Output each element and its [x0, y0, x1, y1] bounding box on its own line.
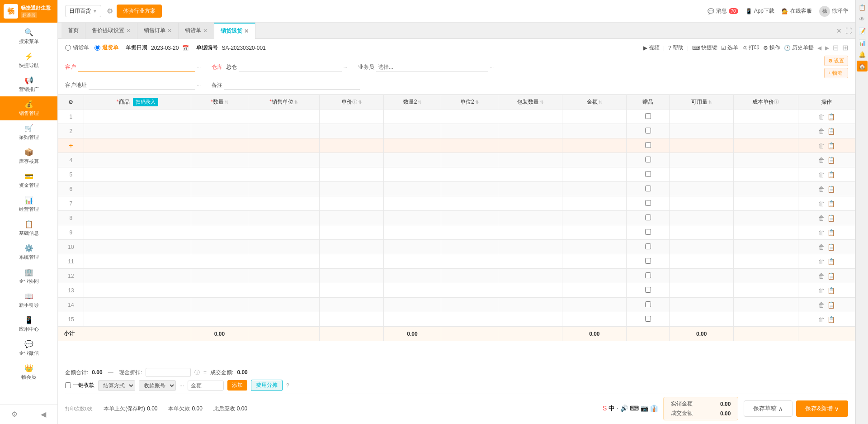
- tab-maximize-btn[interactable]: ⛶: [845, 27, 852, 34]
- amount-cell-7[interactable]: [562, 196, 627, 211]
- cost-price-cell-10[interactable]: [734, 240, 798, 254]
- gift-cell-8[interactable]: [627, 211, 670, 225]
- qty2-cell-10[interactable]: [384, 240, 441, 254]
- qty2-cell-1[interactable]: [384, 110, 441, 124]
- pack-qty-cell-6[interactable]: [498, 182, 562, 196]
- amount-cell-14[interactable]: [562, 298, 627, 312]
- available-cell-8[interactable]: [670, 211, 734, 225]
- select-action[interactable]: ☑ 选单: [721, 44, 738, 52]
- goods-input-3[interactable]: [88, 142, 187, 149]
- gift-cell-1[interactable]: [627, 110, 670, 124]
- delete-icon-14[interactable]: 🗑: [818, 301, 825, 309]
- unit2-cell-15[interactable]: [441, 312, 498, 327]
- cost-price-cell-5[interactable]: [734, 167, 798, 182]
- available-cell-12[interactable]: [670, 269, 734, 283]
- app-download-btn[interactable]: 📱 App下载: [745, 7, 774, 15]
- gift-cell-10[interactable]: [627, 240, 670, 254]
- unit-price-cell-2[interactable]: [320, 124, 384, 138]
- gift-cell-5[interactable]: [627, 167, 670, 182]
- sidebar-collapse-btn[interactable]: ◀: [37, 408, 50, 420]
- pack-qty-cell-12[interactable]: [498, 269, 562, 283]
- save-draft-button[interactable]: 保存草稿 ∧: [744, 400, 793, 417]
- goods-input-5[interactable]: [88, 171, 187, 178]
- goods-cell-9[interactable]: [84, 225, 191, 240]
- unit2-cell-6[interactable]: [441, 182, 498, 196]
- amount-cell-12[interactable]: [562, 269, 627, 283]
- pack-qty-cell-11[interactable]: [498, 254, 562, 269]
- unit-price-cell-4[interactable]: [320, 153, 384, 167]
- unit2-cell-3[interactable]: [441, 138, 498, 153]
- amount-cell-6[interactable]: [562, 182, 627, 196]
- copy-icon-11[interactable]: 📋: [827, 258, 835, 265]
- amount-cell-15[interactable]: [562, 312, 627, 327]
- cost-price-cell-14[interactable]: [734, 298, 798, 312]
- gift-checkbox-7[interactable]: [645, 200, 651, 206]
- quantity-cell-13[interactable]: [191, 283, 248, 298]
- tab-home[interactable]: 首页: [61, 23, 85, 39]
- rp-icon-4[interactable]: 📊: [857, 37, 868, 48]
- unit2-cell-2[interactable]: [441, 124, 498, 138]
- sidebar-settings-btn[interactable]: ⚙: [8, 408, 21, 420]
- pack-qty-cell-5[interactable]: [498, 167, 562, 182]
- sales-unit-cell-9[interactable]: [248, 225, 320, 240]
- quantity-cell-6[interactable]: [191, 182, 248, 196]
- rp-icon-2[interactable]: 👁: [857, 14, 868, 24]
- tab-close-all-btn[interactable]: ✕: [836, 27, 842, 34]
- split-info-icon[interactable]: ?: [286, 382, 289, 389]
- amount-cell-10[interactable]: [562, 240, 627, 254]
- gift-checkbox-11[interactable]: [645, 258, 651, 264]
- unit2-cell-4[interactable]: [441, 153, 498, 167]
- goods-input-6[interactable]: [88, 186, 187, 192]
- gift-checkbox-10[interactable]: [645, 243, 651, 249]
- unit2-cell-12[interactable]: [441, 269, 498, 283]
- pack-qty-cell-1[interactable]: [498, 110, 562, 124]
- pack-qty-cell-3[interactable]: [498, 138, 562, 153]
- qty2-cell-2[interactable]: [384, 124, 441, 138]
- qty2-cell-15[interactable]: [384, 312, 441, 327]
- quantity-cell-5[interactable]: [191, 167, 248, 182]
- goods-input-4[interactable]: [88, 157, 187, 163]
- tab-close-price-setting[interactable]: ✕: [126, 28, 131, 34]
- amount-cell-11[interactable]: [562, 254, 627, 269]
- goods-cell-12[interactable]: [84, 269, 191, 283]
- unit-price-cell-12[interactable]: [320, 269, 384, 283]
- help-action[interactable]: ? 帮助: [668, 44, 684, 52]
- operate-action[interactable]: ⚙ 操作: [763, 44, 780, 52]
- gift-checkbox-8[interactable]: [645, 214, 651, 220]
- sales-unit-cell-11[interactable]: [248, 254, 320, 269]
- delete-icon-5[interactable]: 🗑: [818, 171, 825, 178]
- available-sort-icon[interactable]: ⇅: [708, 100, 712, 105]
- amount-cell-9[interactable]: [562, 225, 627, 240]
- goods-cell-5[interactable]: [84, 167, 191, 182]
- view-toggle-list[interactable]: ⊟: [833, 43, 839, 52]
- cost-price-cell-12[interactable]: [734, 269, 798, 283]
- available-cell-9[interactable]: [670, 225, 734, 240]
- amount-cell-1[interactable]: [562, 110, 627, 124]
- sales-unit-cell-5[interactable]: [248, 167, 320, 182]
- delete-icon-10[interactable]: 🗑: [818, 243, 825, 251]
- history-nav-next[interactable]: ▶: [825, 45, 829, 51]
- gift-checkbox-14[interactable]: [645, 301, 651, 307]
- address-dots[interactable]: ···: [197, 83, 201, 88]
- sales-unit-cell-10[interactable]: [248, 240, 320, 254]
- cost-price-cell-13[interactable]: [734, 283, 798, 298]
- history-action[interactable]: 🕐 历史单据: [784, 44, 814, 52]
- qty2-cell-12[interactable]: [384, 269, 441, 283]
- delete-icon-12[interactable]: 🗑: [818, 272, 825, 280]
- gift-checkbox-5[interactable]: [645, 171, 651, 177]
- sales-unit-cell-4[interactable]: [248, 153, 320, 167]
- qty2-cell-8[interactable]: [384, 211, 441, 225]
- unit-price-sort-icon[interactable]: ⇅: [358, 100, 362, 105]
- available-cell-13[interactable]: [670, 283, 734, 298]
- sidebar-item-marketing[interactable]: 📢 营销推广: [0, 72, 57, 96]
- available-cell-14[interactable]: [670, 298, 734, 312]
- account-dots[interactable]: ···: [179, 382, 184, 389]
- warehouse-input[interactable]: [239, 63, 342, 71]
- goods-cell-10[interactable]: [84, 240, 191, 254]
- unit-price-cell-8[interactable]: [320, 211, 384, 225]
- pack-qty-cell-10[interactable]: [498, 240, 562, 254]
- gift-cell-15[interactable]: [627, 312, 670, 327]
- sidebar-item-sales[interactable]: 💰 销售管理: [0, 96, 57, 120]
- quantity-sort-icon[interactable]: ⇅: [225, 100, 228, 105]
- goods-input-2[interactable]: [88, 128, 187, 134]
